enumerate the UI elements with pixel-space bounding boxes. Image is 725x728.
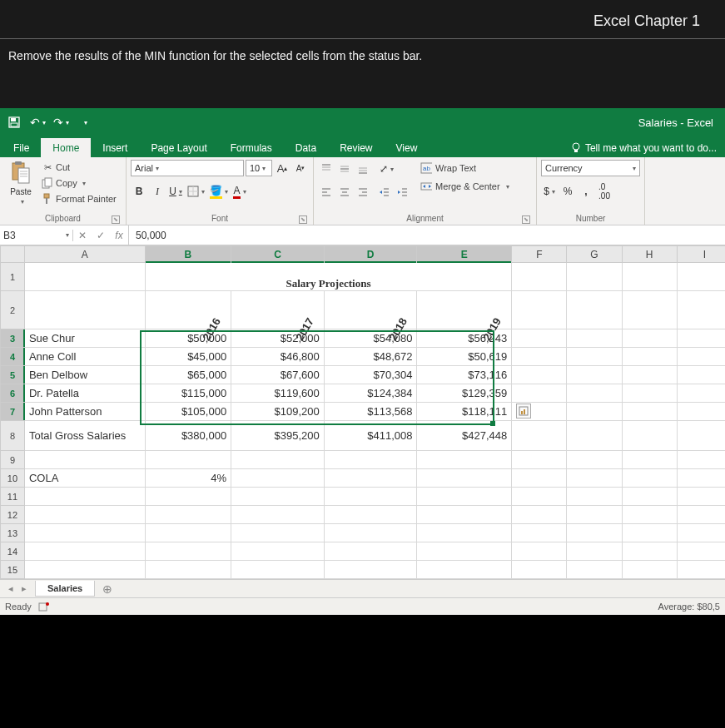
row-header-10[interactable]: 10 <box>1 469 25 488</box>
align-left-button[interactable] <box>318 184 335 201</box>
cell-i13[interactable] <box>677 524 725 542</box>
cell-g9[interactable] <box>567 451 622 469</box>
col-header-i[interactable]: I <box>677 246 725 263</box>
cell-f8[interactable] <box>512 421 567 451</box>
cell-i14[interactable] <box>677 542 725 561</box>
col-header-h[interactable]: H <box>622 246 677 263</box>
shrink-font-button[interactable]: A▾ <box>292 160 309 176</box>
cell-b11[interactable] <box>145 488 231 506</box>
tab-home[interactable]: Home <box>41 138 91 157</box>
cell-h2[interactable] <box>622 291 677 329</box>
number-format-dropdown[interactable]: Currency▾ <box>541 160 640 176</box>
cell-d15[interactable] <box>324 561 417 579</box>
align-top-button[interactable] <box>318 161 335 177</box>
cell-i6[interactable] <box>677 384 725 403</box>
tab-file[interactable]: File <box>2 138 41 157</box>
increase-decimal-button[interactable]: .0.00 <box>596 183 613 200</box>
insert-function-button[interactable]: fx <box>110 225 128 245</box>
cut-button[interactable]: ✂ Cut <box>42 160 117 175</box>
undo-button[interactable]: ↶▾ <box>28 113 47 131</box>
cell-a1[interactable] <box>24 263 145 291</box>
cell-i9[interactable] <box>677 451 725 469</box>
wrap-text-button[interactable]: ab Wrap Text <box>420 160 509 176</box>
cell-i2[interactable] <box>677 291 725 329</box>
cell-a9[interactable] <box>24 451 145 469</box>
cell-e9[interactable] <box>417 451 512 469</box>
percent-button[interactable]: % <box>559 183 576 200</box>
cell-h8[interactable] <box>622 421 677 451</box>
col-header-f[interactable]: F <box>512 246 567 263</box>
status-bar[interactable]: Ready Average: $80,5 <box>0 597 725 615</box>
cell-g12[interactable] <box>567 506 622 524</box>
cell-f11[interactable] <box>512 488 567 506</box>
cell-i1[interactable] <box>677 263 725 291</box>
cell-d7[interactable]: $113,568 <box>324 403 417 421</box>
grow-font-button[interactable]: A▴ <box>274 160 290 176</box>
name-box[interactable]: B3▾ <box>0 230 73 241</box>
cell-a3[interactable]: Sue Chur <box>24 329 145 348</box>
cell-a10[interactable]: COLA <box>24 469 145 488</box>
cell-h12[interactable] <box>622 506 677 524</box>
cell-a11[interactable] <box>24 488 145 506</box>
cell-b14[interactable] <box>145 542 231 561</box>
bold-button[interactable]: B <box>131 183 147 200</box>
cell-a14[interactable] <box>24 542 145 561</box>
cell-i8[interactable] <box>677 421 725 451</box>
align-bottom-button[interactable] <box>355 161 371 177</box>
cell-e6[interactable]: $129,359 <box>417 384 512 403</box>
cell-i12[interactable] <box>677 506 725 524</box>
fill-color-button[interactable]: 🪣▾ <box>208 183 230 200</box>
cell-b5[interactable]: $65,000 <box>145 366 231 384</box>
formula-bar-input[interactable]: 50,000 <box>129 230 725 241</box>
cell-i10[interactable] <box>677 469 725 488</box>
increase-indent-button[interactable] <box>395 184 411 201</box>
sheet-nav-prev[interactable]: ◂ <box>5 583 17 594</box>
tell-me-box[interactable]: Tell me what you want to do... <box>563 142 725 157</box>
cell-a13[interactable] <box>24 524 145 542</box>
cell-f1[interactable] <box>512 263 567 291</box>
row-header-14[interactable]: 14 <box>1 542 25 561</box>
cell-a5[interactable]: Ben Delbow <box>24 366 145 384</box>
alignment-launcher[interactable]: ⬊ <box>522 215 530 224</box>
cell-c13[interactable] <box>231 524 325 542</box>
cell-i11[interactable] <box>677 488 725 506</box>
cell-f13[interactable] <box>512 524 567 542</box>
orientation-button[interactable]: ⤢▾ <box>378 161 395 177</box>
clipboard-launcher[interactable]: ⬊ <box>112 215 120 224</box>
cell-e15[interactable] <box>417 561 512 579</box>
col-header-g[interactable]: G <box>567 246 622 263</box>
cell-d4[interactable]: $48,672 <box>324 348 417 366</box>
cell-title[interactable]: Salary Projections <box>145 263 512 291</box>
cell-a15[interactable] <box>24 561 145 579</box>
row-header-5[interactable]: 5 <box>1 366 25 384</box>
cell-c9[interactable] <box>231 451 325 469</box>
col-header-c[interactable]: C <box>231 246 325 263</box>
comma-button[interactable]: , <box>578 183 594 200</box>
cell-d10[interactable] <box>324 469 417 488</box>
cell-g15[interactable] <box>567 561 622 579</box>
merge-center-button[interactable]: Merge & Center ▾ <box>420 178 509 195</box>
col-header-e[interactable]: E <box>417 246 512 263</box>
cell-d14[interactable] <box>324 542 417 561</box>
tab-review[interactable]: Review <box>328 138 384 157</box>
cell-a6[interactable]: Dr. Patella <box>24 384 145 403</box>
cell-c10[interactable] <box>231 469 325 488</box>
redo-button[interactable]: ↷▾ <box>52 113 70 131</box>
row-header-9[interactable]: 9 <box>1 451 25 469</box>
cell-b15[interactable] <box>145 561 231 579</box>
cell-h9[interactable] <box>622 451 677 469</box>
tab-formulas[interactable]: Formulas <box>219 138 284 157</box>
cell-b2[interactable]: 2016 <box>145 291 231 329</box>
cell-d8[interactable]: $411,008 <box>324 421 417 451</box>
macro-record-icon[interactable] <box>38 602 50 612</box>
align-right-button[interactable] <box>355 184 371 201</box>
cell-f9[interactable] <box>512 451 567 469</box>
cell-c14[interactable] <box>231 542 325 561</box>
cell-g14[interactable] <box>567 542 622 561</box>
row-header-8[interactable]: 8 <box>1 421 25 451</box>
copy-button[interactable]: Copy ▾ <box>42 176 117 191</box>
cell-d6[interactable]: $124,384 <box>324 384 417 403</box>
cell-g5[interactable] <box>567 366 622 384</box>
row-header-15[interactable]: 15 <box>1 561 25 579</box>
cell-g2[interactable] <box>567 291 622 329</box>
